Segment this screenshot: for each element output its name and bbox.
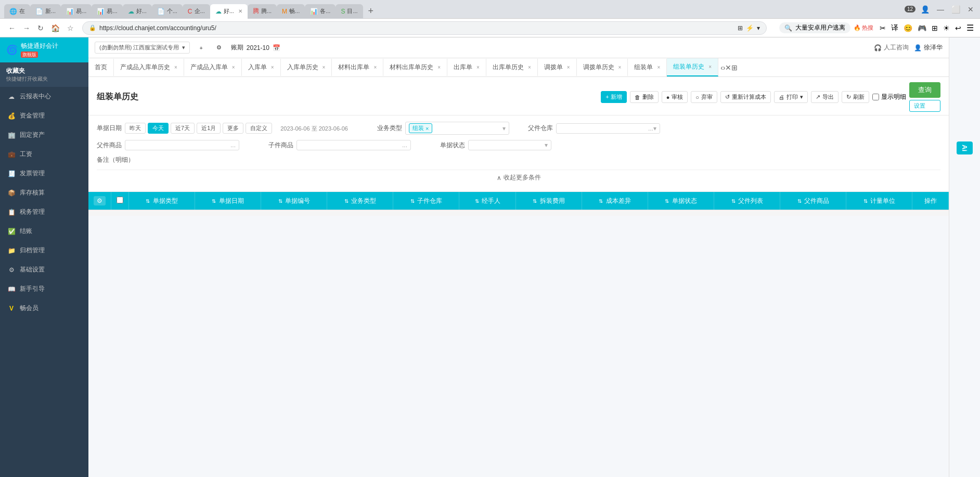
sidebar-item-inventory[interactable]: 📦 库存核算 [0, 183, 88, 202]
user-info[interactable]: 👤 徐泽华 [914, 43, 943, 52]
close-button[interactable]: ✕ [965, 5, 976, 14]
dropdown-arrow-icon[interactable]: ▾ [545, 141, 548, 149]
tab-close-icon[interactable]: × [271, 65, 274, 70]
date-today-button[interactable]: 今天 [148, 123, 169, 134]
tab-prod-in[interactable]: 产成品入库单 × [184, 59, 242, 76]
search-box[interactable]: 🔍 大量安卓用户逃离 [779, 22, 850, 33]
parent-goods-input[interactable]: ... [125, 140, 239, 150]
sun-button[interactable]: ☀ [943, 24, 950, 32]
status-input[interactable]: ▾ [468, 140, 551, 150]
col-type[interactable]: ⇅ 单据类型 [129, 192, 195, 210]
collapse-button[interactable]: ∧ 收起更多条件 [494, 170, 544, 185]
date-more-button[interactable]: 更多 [223, 123, 243, 134]
sidebar-item-guide[interactable]: 📖 新手引导 [0, 279, 88, 299]
scissors-button[interactable]: ✂ [880, 24, 886, 32]
tab-mat-out[interactable]: 材料出库单 × [332, 59, 383, 76]
bookmark-button[interactable]: ☆ [65, 23, 76, 33]
tab-close-icon[interactable]: × [437, 65, 441, 70]
more-options-icon[interactable]: ... [230, 141, 236, 149]
add-button[interactable]: + 新增 [601, 91, 626, 103]
print-button[interactable]: 🖨 打印 ▾ [774, 91, 808, 103]
grid-button[interactable]: ⊞ [932, 24, 938, 32]
date-1month-button[interactable]: 近1月 [197, 123, 221, 134]
col-settings[interactable]: ⚙ [88, 192, 111, 210]
recalculate-button[interactable]: ↺ 重新计算成本 [720, 91, 771, 103]
more-options-icon[interactable]: ... [402, 141, 407, 149]
browser-tab-5[interactable]: ☁ 好... [123, 4, 152, 19]
dropdown-icon[interactable]: ▾ [757, 24, 760, 32]
menu-button[interactable]: ☰ [966, 23, 974, 33]
tab-inbound-history[interactable]: 入库单历史 × [281, 59, 332, 76]
child-goods-input[interactable]: ... [296, 140, 411, 150]
dropdown-arrow-icon[interactable]: ▾ [653, 125, 656, 132]
sidebar-item-fixed-assets[interactable]: 🏢 固定资产 [0, 125, 88, 145]
tab-close-icon[interactable]: × [567, 65, 570, 70]
browser-tab-6[interactable]: 📄 个... [152, 4, 183, 19]
refresh-button[interactable]: ↻ 刷新 [842, 91, 869, 103]
tab-close-icon[interactable]: × [708, 64, 712, 70]
nav-close-all-button[interactable]: ✕ [725, 63, 731, 72]
col-sub-warehouse[interactable]: ⇅ 子件仓库 [393, 192, 459, 210]
date-custom-button[interactable]: 自定义 [246, 123, 272, 134]
col-status[interactable]: ⇅ 单据状态 [648, 192, 714, 210]
calendar-icon[interactable]: 📅 [273, 44, 280, 51]
sidebar-item-archive[interactable]: 📁 归档管理 [0, 241, 88, 260]
maximize-button[interactable]: ⬜ [949, 5, 962, 14]
export-button[interactable]: ↗ 导出 [811, 91, 839, 103]
tab-transfer-history[interactable]: 调拨单历史 × [577, 59, 628, 76]
sidebar-item-funds[interactable]: 💰 资金管理 [0, 106, 88, 125]
show-detail-checkbox[interactable] [872, 94, 879, 100]
forward-button[interactable]: → [21, 23, 32, 33]
tag-remove-icon[interactable]: × [425, 125, 429, 132]
tab-assembly-history[interactable]: 组装单历史 × [667, 58, 718, 76]
col-date[interactable]: ⇅ 单据日期 [195, 192, 261, 210]
sidebar-item-settlement[interactable]: ✅ 结账 [0, 222, 88, 241]
col-handler[interactable]: ⇅ 经手人 [459, 192, 516, 210]
date-yesterday-button[interactable]: 昨天 [125, 123, 146, 134]
home-button[interactable]: 🏠 [49, 23, 62, 33]
tab-close-icon[interactable]: × [174, 65, 177, 70]
show-detail-checkbox-wrapper[interactable]: 显示明细 [872, 93, 906, 101]
tab-prod-in-history[interactable]: 产成品入库单历史 × [114, 59, 184, 76]
refresh-browser-button[interactable]: ↻ [35, 23, 46, 33]
browser-tab-12[interactable]: S 目... [336, 4, 363, 19]
abandon-button[interactable]: ○ 弃审 [691, 91, 717, 103]
settings-gear-button[interactable]: ⚙ [212, 43, 226, 53]
undo-button[interactable]: ↩ [955, 24, 961, 32]
browser-tab-2[interactable]: 📄 新... [30, 4, 61, 19]
tab-assembly[interactable]: 组装单 × [628, 59, 667, 76]
sidebar-item-payroll[interactable]: 💼 工资 [0, 145, 88, 164]
address-bar[interactable]: 🔒 https://cloud.chanjet.com/accounting/u… [82, 21, 767, 35]
col-disassembly-fee[interactable]: ⇅ 拆装费用 [515, 192, 582, 210]
browser-tab-7[interactable]: C 企... [183, 4, 210, 19]
customer-service[interactable]: 🎧 人工咨询 [874, 43, 909, 52]
col-number[interactable]: ⇅ 单据编号 [261, 192, 327, 210]
browser-tab-3[interactable]: 📊 易... [61, 4, 92, 19]
delete-button[interactable]: 🗑 删除 [630, 91, 659, 103]
business-type-input-area[interactable]: 组装 × ▾ [405, 122, 509, 135]
ai-assistant-button[interactable]: Ai [957, 141, 973, 154]
tab-close-icon[interactable]: × [618, 65, 622, 70]
audit-button[interactable]: ● 审核 [662, 91, 688, 103]
game-button[interactable]: 🎮 [918, 24, 926, 32]
sidebar-item-invoice[interactable]: 🧾 发票管理 [0, 164, 88, 183]
tab-close-icon[interactable]: × [232, 65, 235, 70]
col-parent-goods[interactable]: ⇅ 父件商品 [780, 192, 846, 210]
tab-close-icon[interactable]: × [476, 65, 480, 70]
minimize-button[interactable]: — [935, 5, 946, 14]
translate-button[interactable]: 译 [891, 23, 898, 33]
tab-outbound[interactable]: 出库单 × [447, 59, 486, 76]
tab-close-icon[interactable]: × [528, 65, 531, 70]
parent-warehouse-input[interactable]: ... ▾ [556, 123, 660, 134]
tab-transfer[interactable]: 调拨单 × [538, 59, 577, 76]
print-dropdown-icon[interactable]: ▾ [800, 94, 803, 100]
query-button[interactable]: 查询 [909, 82, 940, 98]
profile-icon[interactable]: 👤 [919, 5, 932, 14]
tab-close-icon[interactable]: × [657, 65, 660, 70]
col-biz-type[interactable]: ⇅ 业务类型 [327, 192, 393, 210]
horizontal-scrollbar[interactable] [88, 210, 949, 216]
new-tab-button[interactable]: + [363, 4, 379, 19]
browser-tab-9[interactable]: 腾 腾... [248, 4, 277, 19]
tab-outbound-history[interactable]: 出库单历史 × [486, 59, 538, 76]
browser-tab-1[interactable]: 🌐 在 [4, 4, 30, 19]
